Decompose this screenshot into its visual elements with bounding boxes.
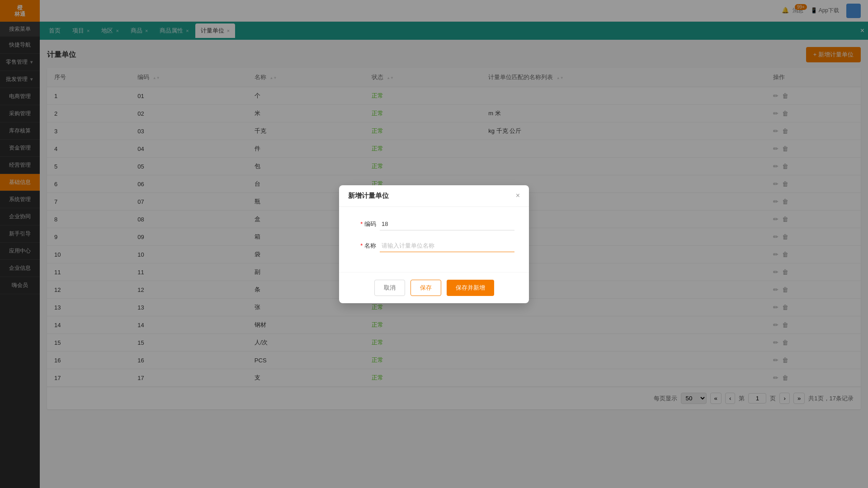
name-label: 名称 [354, 242, 376, 250]
code-input[interactable] [380, 218, 514, 230]
form-item-name: 名称 [354, 239, 514, 252]
modal-body: 编码 名称 [339, 207, 529, 272]
modal-footer: 取消 保存 保存并新增 [339, 272, 529, 303]
modal-title: 新增计量单位 [348, 192, 389, 200]
modal-header: 新增计量单位 × [339, 185, 529, 207]
save-and-new-button[interactable]: 保存并新增 [447, 280, 494, 296]
add-unit-modal: 新增计量单位 × 编码 名称 取消 保存 保存并新增 [339, 185, 529, 303]
modal-close-btn[interactable]: × [516, 192, 520, 200]
code-label: 编码 [354, 220, 376, 228]
save-button[interactable]: 保存 [410, 280, 441, 296]
form-item-code: 编码 [354, 218, 514, 230]
name-input[interactable] [380, 239, 514, 252]
modal-overlay[interactable]: 新增计量单位 × 编码 名称 取消 保存 保存并新增 [0, 0, 868, 488]
cancel-button[interactable]: 取消 [374, 280, 405, 296]
